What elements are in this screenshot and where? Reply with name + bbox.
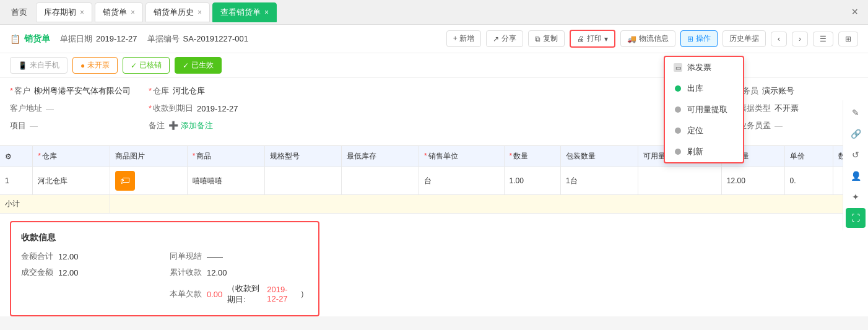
due-date-label: 收款到期日 (149, 103, 193, 114)
close-sales-tab[interactable]: × (131, 8, 135, 17)
operations-dropdown: ▭ 添发票 出库 可用量提取 定位 刷新 (664, 56, 744, 163)
address-value: — (46, 104, 54, 113)
payment-grid: 金额合计 12.00 同单现结 —— 成交金额 12.00 累计收款 12.00… (21, 251, 308, 305)
sales-person-field: 业务员孟 — (734, 120, 858, 131)
grid-view-button[interactable]: ⊞ (838, 32, 858, 46)
doc-no-field: 单据编号 SA-20191227-001 (147, 33, 249, 45)
due-date-field: 收款到期日 2019-12-27 (149, 103, 272, 114)
add-remark-btn[interactable]: ➕ 添加备注 (168, 120, 213, 131)
col-pack-qty: 包装数量 (561, 146, 638, 167)
tab-sales-history[interactable]: 销货单历史 × (145, 2, 210, 22)
address-field: 客户地址 — (10, 103, 134, 114)
doc-type-title: 📋 销货单 (10, 33, 50, 45)
same-order-row: 同单现结 —— (170, 251, 308, 262)
operate-button[interactable]: ⊞ 操作 (680, 30, 718, 47)
link-icon-btn[interactable]: 🔗 (846, 124, 866, 144)
subtotal-values (110, 195, 868, 214)
approved-button[interactable]: ✓ 已核销 (123, 57, 170, 74)
project-label: 项目 (10, 120, 26, 131)
due-note-end: ） (300, 289, 308, 300)
share-button[interactable]: ↗ 分享 (486, 30, 523, 47)
customer-label: 客户 (10, 85, 30, 97)
effective-button[interactable]: ✓ 已生效 (175, 57, 222, 74)
row-pack-qty: 1台 (561, 167, 638, 195)
copy-button[interactable]: ⧉ 复制 (528, 30, 565, 47)
remark-field: 备注 ➕ 添加备注 (149, 120, 272, 131)
share-icon: ↗ (493, 35, 499, 43)
close-history-tab[interactable]: × (197, 8, 202, 17)
row-stock: 12.00 (721, 167, 784, 195)
col-settings[interactable]: ⚙ (0, 146, 33, 167)
star-icon-btn[interactable]: ✦ (846, 187, 866, 207)
col-warehouse: 仓库 (33, 146, 110, 167)
tab-view-sales[interactable]: 查看销货单 × (212, 2, 277, 22)
doc-header: 📋 销货单 单据日期 2019-12-27 单据编号 SA-20191227-0… (0, 25, 868, 53)
spacer (21, 283, 160, 305)
refresh-item[interactable]: 刷新 (665, 141, 743, 162)
window-close-button[interactable]: × (846, 6, 863, 19)
customer-field: 客户 柳州粤港平安气体有限公司 (10, 85, 134, 97)
tab-sales-order[interactable]: 销货单 × (95, 2, 143, 22)
close-view-tab[interactable]: × (264, 8, 269, 17)
project-field: 项目 — (10, 120, 134, 131)
warehouse-value: 河北仓库 (173, 85, 205, 97)
payment-title: 收款信息 (21, 232, 308, 243)
prev-record-button[interactable]: ‹ (771, 32, 787, 46)
warehouse-field: 仓库 河北仓库 (149, 85, 272, 97)
new-button[interactable]: + 新增 (446, 30, 481, 47)
no-value: SA-20191227-001 (183, 34, 249, 43)
available-qty-item[interactable]: 可用量提取 (665, 99, 743, 120)
outbound-item[interactable]: 出库 (665, 78, 743, 99)
edit-icon-btn[interactable]: ✎ (846, 103, 866, 123)
row-min-stock (342, 167, 419, 195)
row-spec (264, 167, 342, 195)
transaction-value: 12.00 (58, 268, 79, 277)
effective-check-icon: ✓ (183, 61, 189, 70)
history-button[interactable]: 历史单据 (723, 30, 766, 47)
no-label: 单据编号 (147, 33, 180, 45)
not-open-ticket-button[interactable]: ● 未开票 (72, 57, 118, 74)
ticket-type-value: 不开票 (775, 103, 799, 114)
product-thumbnail: 🏷 (115, 171, 135, 191)
subtotal-row: 小计 (0, 195, 868, 214)
next-record-button[interactable]: › (792, 32, 808, 46)
tab-inventory-init[interactable]: 库存期初 × (36, 2, 92, 22)
print-dropdown-icon: ▾ (604, 35, 608, 43)
right-icon-panel: ✎ 🔗 ↺ 👤 ✦ ⛶ (843, 100, 868, 230)
warehouse-label: 仓库 (149, 85, 169, 97)
tab-home[interactable]: 首页 (5, 7, 33, 18)
from-phone-button[interactable]: 📱 来自手机 (10, 57, 67, 74)
tab-bar: 首页 库存期初 × 销货单 × 销货单历史 × 查看销货单 × × (0, 0, 868, 25)
doc-type-label: 销货单 (24, 33, 50, 45)
logistics-button[interactable]: 🚚 物流信息 (620, 30, 675, 47)
cumulative-label: 累计收款 (170, 267, 202, 278)
list-view-button[interactable]: ☰ (813, 32, 833, 46)
ticket-type-field: 票据类型 不开票 (734, 103, 858, 114)
user-icon-btn[interactable]: 👤 (846, 166, 866, 186)
available-icon (674, 105, 682, 114)
print-icon: 🖨 (577, 35, 584, 43)
refresh-icon-btn[interactable]: ↺ (846, 145, 866, 165)
print-button[interactable]: 🖨 打印 ▾ (570, 30, 615, 48)
sales-person-value: — (775, 121, 783, 131)
expand-icon-btn[interactable]: ⛶ (846, 208, 866, 228)
plus-icon: ➕ (168, 121, 178, 130)
subtotal-label: 小计 (0, 195, 110, 214)
date-label: 单据日期 (60, 33, 92, 45)
grid-icon: ⊞ (687, 35, 693, 43)
col-product: 商品 (187, 146, 264, 167)
same-order-value: —— (207, 252, 223, 261)
current-due-value: 0.00 (207, 290, 222, 299)
toolbar-right: + 新增 ↗ 分享 ⧉ 复制 🖨 打印 ▾ 🚚 物流信息 ⊞ 操作 (446, 30, 858, 48)
due-note-date: 2019-12-27 (267, 285, 295, 303)
close-inventory-tab[interactable]: × (80, 8, 84, 17)
customer-value: 柳州粤港平安气体有限公司 (34, 85, 131, 97)
staff-field: 业务员 演示账号 (734, 85, 858, 97)
add-invoice-item[interactable]: ▭ 添发票 (665, 57, 743, 78)
locate-item[interactable]: 定位 (665, 120, 743, 141)
ticket-icon: ● (80, 61, 85, 70)
locate-icon (674, 126, 682, 135)
col-quantity: 数量 (504, 146, 560, 167)
row-index: 1 (0, 167, 33, 195)
check-icon: ✓ (131, 61, 137, 70)
